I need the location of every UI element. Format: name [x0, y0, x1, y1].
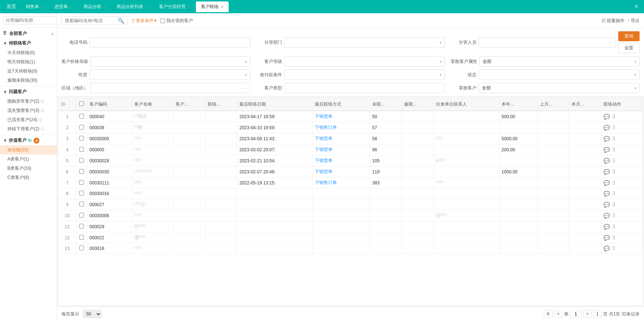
row-checkbox[interactable] — [79, 114, 84, 119]
filter-search-input[interactable] — [65, 18, 116, 23]
last-method-link[interactable]: 下销售订单 — [315, 180, 337, 185]
message-icon[interactable]: 💬 — [603, 235, 610, 241]
row-checkbox[interactable] — [79, 191, 84, 195]
row-checkbox[interactable] — [79, 147, 84, 152]
retail-attr-input[interactable]: 全部 ▾ — [479, 56, 640, 67]
grid-icon[interactable]: ⠿ — [612, 246, 616, 251]
nav-tab-customer-seg[interactable]: 客户分层经营 × — [154, 1, 195, 12]
sidebar-item-overdue[interactable]: 逾期未联络(30) — [0, 76, 57, 85]
row-checkbox[interactable] — [79, 136, 84, 141]
message-icon[interactable]: 💬 — [603, 202, 610, 208]
message-icon[interactable]: 💬 — [603, 191, 610, 197]
last-method-link[interactable]: 下销货单 — [315, 169, 332, 174]
nav-tab-analysis-list[interactable]: 商品分析列表 × — [112, 1, 153, 12]
row-checkbox[interactable] — [79, 213, 84, 218]
sidebar-item-class-a[interactable]: A类客户(1) — [0, 155, 57, 164]
sidebar-all-customers[interactable]: ⠿ 全部客户 « — [0, 28, 57, 38]
last-method-link[interactable]: 下销货单 — [315, 114, 332, 119]
query-button[interactable]: 查询 — [618, 31, 640, 41]
export-button[interactable]: ↑ 导出 — [627, 18, 640, 24]
sidebar-item-today[interactable]: 今天待联络(0) — [0, 48, 57, 57]
row-checkbox[interactable] — [79, 180, 84, 185]
window-close-button[interactable]: × — [632, 2, 641, 11]
grid-icon[interactable]: ⠿ — [612, 180, 616, 186]
customer-level-input[interactable]: ▾ — [284, 56, 445, 67]
nav-tab-purchase[interactable]: 进货单 × — [49, 1, 77, 12]
customer-type-input[interactable] — [284, 83, 445, 93]
payment-input[interactable]: ▾ — [284, 70, 445, 80]
sidebar-group-pending[interactable]: ▼ 待联络客户 — [0, 38, 57, 48]
price-level-input[interactable]: ▾ — [90, 56, 250, 67]
person-input[interactable]: ··· — [479, 37, 616, 47]
nav-tab-sales-close[interactable]: × — [41, 4, 43, 9]
grid-icon[interactable]: ⠿ — [612, 125, 616, 131]
row-checkbox[interactable] — [79, 246, 84, 250]
nav-tab-customer-contact-close[interactable]: × — [221, 4, 223, 9]
filter-search-box[interactable]: 🔍 — [61, 16, 128, 25]
message-icon[interactable]: 💬 — [603, 213, 610, 219]
th-name[interactable]: 客户名称 — [132, 98, 173, 111]
message-icon[interactable]: 💬 — [603, 246, 610, 251]
refresh-icon[interactable]: ↻ — [28, 138, 32, 143]
grid-icon[interactable]: ⠿ — [612, 224, 616, 230]
select-all-checkbox[interactable] — [79, 101, 84, 106]
nav-tab-analysis-list-close[interactable]: × — [145, 4, 148, 9]
row-checkbox[interactable] — [79, 235, 84, 240]
filter-more-conditions[interactable]: ▽ 更多条件 ▾ — [131, 18, 156, 24]
gender-input[interactable]: ▾ — [89, 70, 250, 80]
grid-icon[interactable]: ⠿ — [612, 169, 616, 175]
nav-tab-analysis-close[interactable]: × — [103, 4, 106, 9]
th-code[interactable]: 客户编码 — [87, 98, 132, 111]
nav-tab-purchase-close[interactable]: × — [70, 4, 72, 9]
row-checkbox[interactable] — [79, 125, 84, 130]
grid-icon[interactable]: ⠿ — [612, 213, 616, 219]
status-input[interactable]: ▾ — [479, 70, 640, 80]
settings-icon[interactable]: ⚙ — [61, 101, 66, 107]
page-number-input[interactable] — [570, 310, 582, 318]
row-checkbox[interactable] — [79, 224, 84, 229]
message-icon[interactable]: 💬 — [603, 158, 610, 164]
sidebar-collapse-btn[interactable]: « — [51, 31, 54, 36]
nav-tab-customer-contact[interactable]: 客户联络 × — [196, 1, 228, 12]
row-checkbox[interactable] — [79, 158, 84, 163]
page-size-select[interactable]: 50 20 100 — [83, 310, 102, 318]
filter-search-icon[interactable]: 🔍 — [118, 18, 124, 24]
sidebar-item-ungrouped[interactable]: 未分组(32) — [0, 145, 57, 155]
nav-home[interactable]: 首页 — [3, 1, 20, 12]
grid-icon[interactable]: ⠿ — [612, 147, 616, 153]
message-icon[interactable]: 💬 — [603, 224, 610, 230]
row-checkbox[interactable] — [79, 169, 84, 174]
sidebar-item-class-c[interactable]: C类客户(6) — [0, 173, 57, 182]
row-checkbox[interactable] — [79, 202, 84, 207]
first-page-button[interactable]: K — [544, 310, 553, 318]
message-icon[interactable]: 💬 — [603, 180, 610, 186]
grid-icon[interactable]: ⠿ — [612, 202, 616, 208]
th-last-date[interactable]: 最后联络日期 — [237, 98, 312, 111]
grid-icon[interactable]: ⠿ — [612, 235, 616, 241]
message-icon[interactable]: 💬 — [603, 125, 610, 131]
sidebar-item-churn-warn[interactable]: 流失预警客户(3) ⓘ — [0, 106, 57, 115]
sidebar-item-declining[interactable]: 持续下滑客户(2) ⓘ — [0, 124, 57, 134]
nav-tab-sales[interactable]: 销售单 × — [21, 1, 49, 12]
nav-tab-analysis[interactable]: 商品分析 × — [78, 1, 111, 12]
reset-button[interactable]: 设置 — [618, 43, 640, 53]
nav-tab-customer-seg-close[interactable]: × — [188, 4, 190, 9]
grid-icon[interactable]: ⠿ — [612, 136, 616, 142]
sidebar-item-tomorrow[interactable]: 明天待联络(1) — [0, 57, 57, 67]
sidebar-item-abnormal[interactable]: 囤购异常客户(2) ⓘ — [0, 97, 57, 106]
retail-customer-input[interactable]: 全部 ▾ — [479, 83, 640, 93]
message-icon[interactable]: 💬 — [603, 147, 610, 153]
last-method-link[interactable]: 下销货单 — [315, 136, 332, 141]
dept-input[interactable]: ▾ — [284, 37, 445, 47]
sidebar-group-problem[interactable]: ▼ 问题客户 — [0, 87, 57, 97]
last-method-link[interactable]: 下销货单 — [315, 147, 332, 152]
batch-ops-button[interactable]: ☑ 批量操作 — [602, 18, 624, 24]
filter-my-customers[interactable]: 我分管的客户 — [160, 18, 193, 24]
sidebar-search-input[interactable] — [3, 16, 57, 24]
sidebar-item-lost[interactable]: 已流失客户(24) ⓘ — [0, 115, 57, 124]
phone-input[interactable] — [89, 37, 250, 47]
sidebar-group-value[interactable]: ▼ 价值客户 ↻ ● — [0, 135, 57, 145]
prev-page-button[interactable]: < — [554, 310, 563, 318]
message-icon[interactable]: 💬 — [603, 114, 610, 120]
sidebar-item-7days[interactable]: 近7天待联络(0) — [0, 67, 57, 76]
